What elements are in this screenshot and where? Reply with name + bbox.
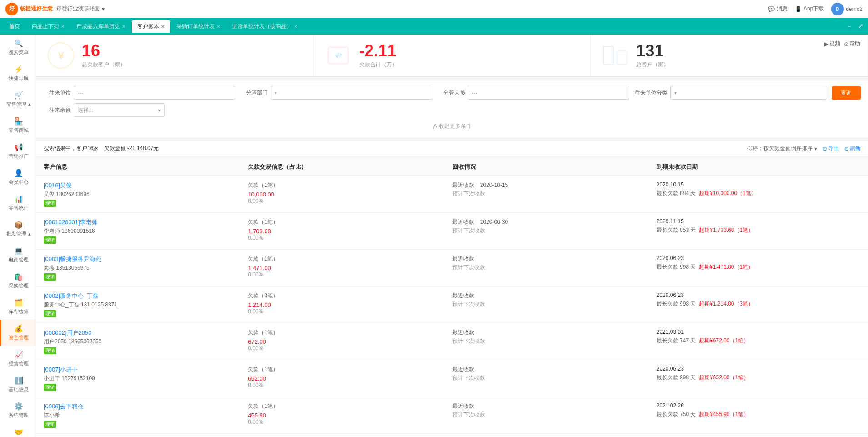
tab-product-shelf-close[interactable]: ✕ [61,24,65,29]
query-button[interactable]: 查询 [832,86,861,100]
tab-customer-account[interactable]: 客户账本 ✕ [132,20,170,33]
tab-product-stock-close[interactable]: ✕ [122,24,125,29]
svg-rect-4 [603,46,613,65]
dept-input[interactable]: ▾ [271,86,432,100]
debt-cell-6: 欠款（1笔） 652.00 0.00% [248,366,452,388]
sidebar-item-basic-info[interactable]: ℹ️ 基础信息 [0,372,36,397]
purchase-icon: 🛍️ [14,272,23,281]
customer-name-1[interactable]: [0016]吴俊 [44,181,248,190]
dept-label: 分管部门 [241,89,268,97]
overdue-link-5[interactable]: 超期¥672.00（1笔） [699,337,749,344]
export-icon: ⊙ [823,146,827,152]
logo-area: 好 畅捷通好生意 [5,3,53,15]
sort-button[interactable]: 排序：按欠款金额倒序排序 ▾ [747,145,817,152]
customer-name-3[interactable]: [0003]畅捷服务尹海燕 [44,255,248,263]
overdue-days-5: 最长欠款 747 天 [657,337,697,344]
sidebar-item-sys-mgmt[interactable]: ⚙️ 系统管理 [0,397,36,423]
customer-cell-1: [0016]吴俊 吴俊 13026203696 现销 [44,181,248,207]
sidebar-item-ecom[interactable]: 💻 电商管理 [0,242,36,268]
customer-name-7[interactable]: [0006]去下粮仓 [44,402,248,411]
debt-amount-7[interactable]: 455.90 [248,412,452,419]
sidebar-item-wholesale[interactable]: 📦 批发管理 ▴ [0,216,36,242]
overdue-link-2[interactable]: 超期¥1,703.68（1笔） [699,227,753,233]
debt-percent-4: 0.00% [248,308,452,315]
debt-amount-label: 欠款合计（万） [359,61,397,69]
tab-maximize-icon[interactable]: ⤢ [857,21,864,31]
due-date-7: 2021.02.26 [657,402,861,409]
sidebar-item-ops[interactable]: 📈 经营管理 [0,346,36,372]
sidebar-item-retail-stats-label: 零售统计 [9,205,29,211]
header-recovery: 回收情况 [452,163,657,171]
view-video-btn[interactable]: ▶ 视频 [824,40,840,48]
overdue-info-6: 最长欠款 998 天 超期¥652.00（1笔） [657,374,861,382]
stock-check-icon: 🗂️ [14,298,23,307]
unit-category-input[interactable]: ▾ [670,86,826,100]
sidebar-item-finance[interactable]: 💰 资金管理 [0,320,36,346]
debt-amount-1[interactable]: 10,000.00 [248,191,452,198]
sidebar-item-finance-label: 资金管理 [9,334,29,341]
sidebar-item-member[interactable]: 👤 会员中心 [0,164,36,190]
person-input[interactable]: ··· [468,86,629,100]
export-button[interactable]: ⊙ 导出 [823,145,839,152]
tab-home[interactable]: 首页 [4,23,25,30]
tab-stock-stats-close[interactable]: ✕ [294,24,297,29]
balance-input[interactable]: 选择... ▾ [74,103,165,117]
tab-minimize-icon[interactable]: － [845,21,853,31]
sidebar-item-search[interactable]: 🔍 搜索菜单 [0,35,36,60]
refresh-button[interactable]: ⊙ 刷新 [844,145,861,152]
app-download-button[interactable]: 📱 App下载 [795,5,824,13]
table-row: [0001020001]李老师 李老师 18600391516 现销 欠款（1笔… [36,213,868,250]
avatar-text: D [836,6,839,12]
message-icon: 💬 [768,6,775,12]
customer-name-5[interactable]: [000002]用户2050 [44,329,248,337]
stat-info-debt: -2.11 欠款合计（万） [359,43,397,69]
tab-purchase-order[interactable]: 采购订单统计表 ✕ [171,20,226,33]
sidebar-item-retail-mall[interactable]: 🏪 零售商城 [0,112,36,138]
sidebar-item-stock-check[interactable]: 🗂️ 库存核算 [0,294,36,320]
logo-text: 畅捷通好生意 [20,5,53,13]
sidebar-item-retail-stats[interactable]: 📊 零售统计 [0,190,36,216]
retail-mall-icon: 🏪 [14,117,23,126]
message-label: 消息 [777,5,788,13]
debt-amount-2[interactable]: 1,703.68 [248,228,452,235]
sidebar-item-enterprise-collab[interactable]: 🤝 企业协同 [0,423,36,437]
sidebar-item-retail-mgmt[interactable]: 🛒 零售管理 ▴ [0,86,36,112]
customer-name-4[interactable]: [0002]服务中心_丁磊 [44,292,248,300]
debt-amount-3[interactable]: 1,471.00 [248,265,452,271]
customer-tag-6: 现销 [44,384,56,391]
help-btn[interactable]: ⊙ 帮助 [844,40,860,48]
sidebar-item-marketing[interactable]: 📢 营销推广 [0,138,36,164]
tab-stock-stats[interactable]: 进货单统计表（按商品） ✕ [226,20,303,33]
customer-name-6[interactable]: [0007]小进干 [44,366,248,374]
debt-amount-5[interactable]: 672.00 [248,338,452,345]
unit-category-label: 往来单位分类 [635,89,667,97]
overdue-link-6[interactable]: 超期¥652.00（1笔） [699,374,749,381]
debt-amount-4[interactable]: 1,214.00 [248,301,452,308]
ops-icon: 📈 [14,350,23,359]
message-button[interactable]: 💬 消息 [768,5,788,13]
tab-product-shelf[interactable]: 商品上下架 ✕ [26,20,70,33]
user-menu[interactable]: D demo2 [831,3,863,15]
recovery-next-3: 预计下次收款 [452,264,657,271]
debt-amount-6[interactable]: 652.00 [248,375,452,382]
store-selector[interactable]: 母婴行业演示账套 ▾ [56,5,105,13]
sidebar-item-purchase[interactable]: 🛍️ 采购管理 [0,268,36,294]
sidebar-item-quick-nav[interactable]: ⚡ 快捷导航 [0,60,36,86]
filter-dots-icon: ··· [78,89,83,96]
overdue-link-4[interactable]: 超期¥1,214.00（3笔） [699,301,753,307]
tab-purchase-order-close[interactable]: ✕ [216,24,220,29]
from-unit-input[interactable]: ··· [74,86,235,100]
recovery-cell-5: 最近收款 预计下次收款 [452,329,657,345]
tab-customer-account-close[interactable]: ✕ [161,24,165,29]
debt-cell-4: 欠款（3笔） 1,214.00 0.00% [248,292,452,315]
stat-info-debtors: 16 总欠款客户（家） [82,43,125,69]
help-icon: ⊙ [844,41,848,47]
overdue-link-7[interactable]: 超期¥455.90（1笔） [699,411,749,417]
overdue-link-3[interactable]: 超期¥1,471.00（1笔） [699,264,753,270]
customer-tag-7: 现销 [44,421,56,428]
customer-name-2[interactable]: [0001020001]李老师 [44,218,248,226]
collapse-filter-btn[interactable]: ⋀ 收起更多条件 [44,121,861,132]
top-bar-right: 💬 消息 📱 App下载 D demo2 [768,3,863,15]
tab-product-stock[interactable]: 产成品入库单历史 ✕ [71,20,131,33]
overdue-link-1[interactable]: 超期¥10,000.00（1笔） [699,190,757,196]
